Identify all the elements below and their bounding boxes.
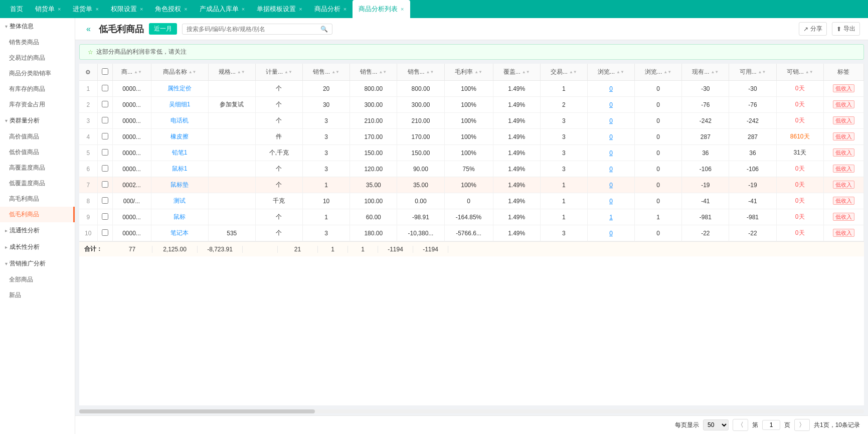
row-checkbox[interactable] — [102, 133, 108, 139]
sidebar-group-circulation[interactable]: ▸ 流通性分析 — [0, 222, 75, 239]
close-icon[interactable]: × — [242, 6, 245, 12]
close-icon[interactable]: × — [140, 6, 143, 12]
th-unit[interactable]: 计量...▲▼ — [255, 64, 302, 81]
sidebar-item-high-value[interactable]: 高价值商品 — [0, 129, 75, 144]
td-checkbox[interactable] — [97, 81, 112, 97]
th-tag[interactable]: 标签 — [823, 64, 863, 81]
export-button[interactable]: ⬆ 导出 — [832, 22, 860, 36]
sort-icon[interactable]: ▲▼ — [474, 70, 482, 74]
td-name[interactable]: 鼠标 — [151, 209, 208, 225]
close-icon[interactable]: × — [343, 6, 346, 12]
th-available[interactable]: 可用...▲▼ — [729, 64, 776, 81]
nav-role-auth[interactable]: 角色授权 × — [149, 0, 193, 18]
sort-icon[interactable]: ▲▼ — [189, 70, 197, 74]
views-link[interactable]: 0 — [609, 198, 613, 205]
search-icon[interactable]: 🔍 — [320, 26, 328, 33]
th-sales-qty[interactable]: 销售...▲▼ — [303, 64, 350, 81]
sort-icon[interactable]: ▲▼ — [237, 70, 245, 74]
sidebar-group-cluster[interactable]: ▾ 类群量分析 — [0, 112, 75, 129]
sidebar-item-new-products[interactable]: 新品 — [0, 287, 75, 303]
next-page-button[interactable]: 〉 — [794, 419, 810, 431]
row-checkbox[interactable] — [102, 197, 108, 204]
sidebar-item-low-coverage[interactable]: 低覆盖度商品 — [0, 176, 75, 191]
sort-icon[interactable]: ▲▼ — [379, 70, 387, 74]
td-views1[interactable]: 0 — [587, 129, 634, 145]
nav-finished-product[interactable]: 产成品入库单 × — [194, 0, 251, 18]
sidebar-group-growth[interactable]: ▸ 成长性分析 — [0, 239, 75, 255]
td-name[interactable]: 测试 — [151, 193, 208, 209]
nav-home[interactable]: 首页 — [4, 0, 29, 18]
sidebar-item-in-stock[interactable]: 有库存的商品 — [0, 81, 75, 97]
td-checkbox[interactable] — [97, 177, 112, 193]
th-checkbox[interactable] — [97, 64, 112, 81]
views-link[interactable]: 0 — [609, 85, 613, 92]
td-checkbox[interactable] — [97, 129, 112, 145]
scrollbar-thumb[interactable] — [79, 409, 315, 413]
sidebar-item-inventory-capital[interactable]: 库存资金占用 — [0, 97, 75, 112]
sidebar-item-high-margin[interactable]: 高毛利商品 — [0, 191, 75, 207]
th-name[interactable]: 商品名称▲▼ — [151, 64, 208, 81]
td-views1[interactable]: 0 — [587, 177, 634, 193]
td-checkbox[interactable] — [97, 97, 112, 113]
views-link[interactable]: 0 — [609, 230, 613, 237]
sort-icon[interactable]: ▲▼ — [284, 70, 292, 74]
td-checkbox[interactable] — [97, 225, 112, 241]
td-name[interactable]: 吴细细1 — [151, 97, 208, 113]
th-views1[interactable]: 浏览...▲▼ — [587, 64, 634, 81]
td-name[interactable]: 属性定价 — [151, 81, 208, 97]
td-name[interactable]: 橡皮擦 — [151, 129, 208, 145]
row-checkbox[interactable] — [102, 213, 108, 220]
td-checkbox[interactable] — [97, 145, 112, 161]
sort-icon[interactable]: ▲▼ — [569, 70, 577, 74]
search-input[interactable] — [187, 26, 320, 33]
sidebar-group-marketing[interactable]: ▾ 营销推广分析 — [0, 255, 75, 272]
close-icon[interactable]: × — [95, 6, 98, 12]
row-checkbox[interactable] — [102, 229, 108, 236]
views-link[interactable]: 0 — [609, 101, 613, 108]
td-name[interactable]: 铅笔1 — [151, 145, 208, 161]
row-checkbox[interactable] — [102, 117, 108, 123]
views-link[interactable]: 0 — [609, 166, 613, 173]
date-filter-button[interactable]: 近一月 — [149, 23, 177, 35]
row-checkbox[interactable] — [102, 165, 108, 172]
sort-icon[interactable]: ▲▼ — [331, 70, 339, 74]
sidebar-group-overall[interactable]: ▾ 整体信息 — [0, 18, 75, 35]
nav-purchase-order[interactable]: 进货单 × — [67, 0, 104, 18]
select-all-checkbox[interactable] — [102, 68, 108, 75]
sort-icon[interactable]: ▲▼ — [805, 70, 813, 74]
sidebar-item-low-value[interactable]: 低价值商品 — [0, 144, 75, 160]
th-code[interactable]: 商...▲▼ — [112, 64, 151, 81]
row-checkbox[interactable] — [102, 149, 108, 156]
td-views1[interactable]: 0 — [587, 193, 634, 209]
sort-icon[interactable]: ▲▼ — [522, 70, 530, 74]
sidebar-item-all-products[interactable]: 全部商品 — [0, 272, 75, 287]
th-gross-margin[interactable]: 毛利率▲▼ — [444, 64, 493, 81]
nav-template-settings[interactable]: 单据模板设置 × — [251, 0, 308, 18]
nav-permission-settings[interactable]: 权限设置 × — [105, 0, 149, 18]
th-coverage[interactable]: 覆盖...▲▼ — [493, 64, 540, 81]
th-spec[interactable]: 规格...▲▼ — [208, 64, 255, 81]
views-link[interactable]: 0 — [609, 133, 613, 140]
views-link[interactable]: 0 — [609, 150, 613, 157]
td-views1[interactable]: 1 — [587, 209, 634, 225]
sidebar-item-low-margin[interactable]: 低毛利商品 — [0, 207, 75, 222]
nav-sales-order[interactable]: 销货单 × — [29, 0, 67, 18]
th-settings[interactable]: ⚙ — [79, 64, 97, 81]
views-link[interactable]: 0 — [609, 117, 613, 124]
share-button[interactable]: ↗ 分享 — [799, 22, 827, 36]
sidebar-item-sales-products[interactable]: 销售类商品 — [0, 35, 75, 50]
sort-icon[interactable]: ▲▼ — [711, 70, 719, 74]
close-icon[interactable]: × — [401, 6, 404, 12]
th-sales-amount[interactable]: 销售...▲▼ — [397, 64, 444, 81]
row-checkbox[interactable] — [102, 101, 108, 107]
td-checkbox[interactable] — [97, 113, 112, 129]
td-checkbox[interactable] — [97, 209, 112, 225]
th-sales-price[interactable]: 销售...▲▼ — [350, 64, 397, 81]
sort-icon[interactable]: ▲▼ — [616, 70, 624, 74]
td-name[interactable]: 电话机 — [151, 113, 208, 129]
nav-product-analysis-list[interactable]: 商品分析列表 × — [353, 0, 410, 18]
close-icon[interactable]: × — [184, 6, 187, 12]
th-transactions[interactable]: 交易...▲▼ — [540, 64, 587, 81]
th-current-stock[interactable]: 现有...▲▼ — [682, 64, 729, 81]
td-name[interactable]: 笔记本 — [151, 225, 208, 241]
